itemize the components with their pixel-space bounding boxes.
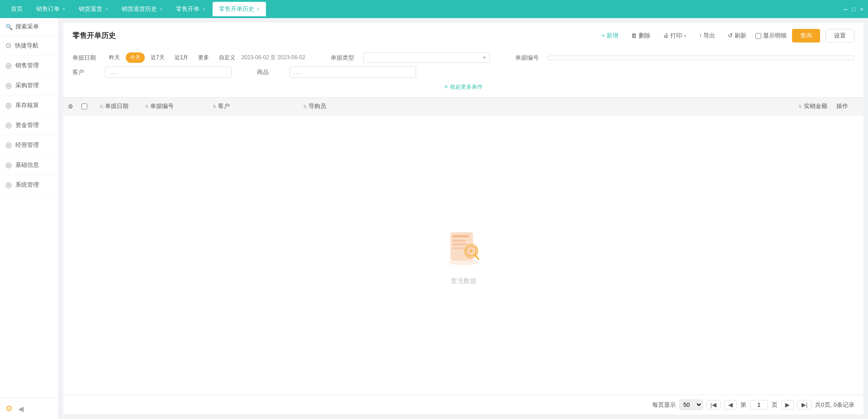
pagination: 每页显示 50 100 200 |◀ ◀ 第 页 ▶ ▶| 共0页, 0条记录 — [63, 395, 863, 414]
sidebar-item-quick-nav[interactable]: ⊙ 快捷导航 — [0, 36, 58, 56]
page-number-input[interactable] — [750, 400, 768, 410]
operations-icon: ◎ — [5, 141, 12, 149]
svg-rect-2 — [452, 235, 470, 237]
svg-rect-5 — [452, 247, 464, 249]
sidebar-item-label: 系统管理 — [15, 181, 39, 189]
last-page-btn[interactable]: ▶| — [797, 400, 811, 410]
date-btn-today[interactable]: 今天 — [126, 52, 145, 63]
date-btn-more[interactable]: 更多 — [194, 52, 213, 63]
new-button[interactable]: + 新增 — [598, 30, 622, 42]
delete-button[interactable]: 🗑 删除 — [627, 30, 654, 42]
number-input[interactable] — [548, 56, 854, 60]
date-buttons: 昨天 今天 近7天 近1月 更多 自定义 2023-06-02 至 2023-0… — [105, 52, 305, 63]
settings-gear-icon[interactable]: ⚙ — [5, 404, 13, 414]
sidebar-item-purchase[interactable]: ◎ 采购管理 — [0, 75, 58, 95]
window-controls: ─ □ × — [843, 6, 863, 13]
svg-line-8 — [475, 255, 479, 259]
th-date[interactable]: ⇅ 单据日期 — [95, 102, 140, 110]
sidebar-item-label: 库存核算 — [15, 101, 39, 109]
sort-icon[interactable]: ⇅ — [100, 104, 103, 109]
system-icon: ◎ — [5, 180, 12, 189]
sidebar-item-finance[interactable]: ◎ 资金管理 — [0, 115, 58, 135]
tab-retail-history[interactable]: 零售开单历史 × — [213, 2, 266, 16]
quick-nav-icon: ⊙ — [5, 41, 11, 50]
sidebar-item-operations[interactable]: ◎ 经营管理 — [0, 135, 58, 155]
th-number[interactable]: ⇅ 单据编号 — [140, 102, 208, 110]
customer-input[interactable]: ... — [105, 66, 232, 78]
page-suffix: 页 — [772, 401, 778, 409]
empty-text: 暂无数据 — [451, 277, 476, 285]
type-select[interactable]: ▾ — [363, 52, 490, 63]
number-label: 单据编号 — [515, 54, 541, 62]
page-prefix: 第 — [740, 401, 746, 409]
sidebar-bottom: ⚙ ◀ — [0, 398, 58, 419]
print-dropdown-icon[interactable]: ▾ — [684, 33, 686, 38]
refresh-button[interactable]: ↺ 刷新 — [724, 30, 750, 42]
basics-icon: ◎ — [5, 160, 12, 169]
main-layout: 🔍 搜索采单 ⊙ 快捷导航 ◎ 销售管理 ◎ 采购管理 ◎ 库存核算 ◎ 资金管… — [0, 18, 868, 419]
date-btn-custom[interactable]: 自定义 — [215, 52, 239, 63]
date-btn-1month[interactable]: 近1月 — [171, 52, 193, 63]
type-label: 单据类型 — [331, 54, 356, 62]
sidebar-item-label: 资金管理 — [15, 121, 39, 129]
tab-return-history[interactable]: 销货退货历史 × — [115, 2, 169, 16]
prev-page-btn[interactable]: ◀ — [724, 400, 737, 410]
print-button[interactable]: 🖨 打印 ▾ — [659, 30, 690, 42]
sidebar-search[interactable]: 🔍 搜索采单 — [0, 18, 58, 36]
date-btn-7days[interactable]: 近7天 — [147, 52, 169, 63]
query-button[interactable]: 查询 — [792, 29, 820, 42]
th-guide-label: 导购员 — [308, 102, 326, 110]
sidebar-item-basics[interactable]: ◎ 基础信息 — [0, 155, 58, 175]
first-page-btn[interactable]: |◀ — [707, 400, 721, 410]
sort-icon-amount[interactable]: ⇅ — [798, 104, 802, 109]
next-page-btn[interactable]: ▶ — [781, 400, 794, 410]
date-btn-yesterday[interactable]: 昨天 — [105, 52, 124, 63]
tab-retail-order-close[interactable]: × — [202, 6, 205, 12]
sort-icon-number[interactable]: ⇅ — [145, 104, 148, 109]
th-settings[interactable]: ⚙ — [68, 103, 81, 110]
per-page-select[interactable]: 50 100 200 — [679, 400, 703, 410]
sidebar-item-system[interactable]: ◎ 系统管理 — [0, 175, 58, 195]
th-guide[interactable]: ⇅ 导购员 — [299, 102, 353, 110]
th-amount-label: 实销金额 — [804, 102, 827, 110]
tab-return-history-close[interactable]: × — [160, 6, 162, 12]
sort-icon-guide[interactable]: ⇅ — [303, 104, 307, 109]
tab-retail-history-close[interactable]: × — [257, 6, 260, 12]
tab-sales-order[interactable]: 销售订单 × — [30, 2, 71, 16]
sidebar: 🔍 搜索采单 ⊙ 快捷导航 ◎ 销售管理 ◎ 采购管理 ◎ 库存核算 ◎ 资金管… — [0, 18, 59, 419]
display-detail-checkbox[interactable] — [755, 33, 761, 39]
sort-icon-customer[interactable]: ⇅ — [213, 104, 216, 109]
tab-retail-order[interactable]: 零售开单 × — [170, 2, 211, 16]
page-title-row: 零售开单历史 + 新增 🗑 删除 🖨 打印 ▾ ↑ 导出 — [72, 29, 854, 42]
th-amount[interactable]: ⇅ 实销金额 — [787, 102, 832, 110]
pagination-summary: 共0页, 0条记录 — [815, 401, 854, 409]
tab-return-close[interactable]: × — [105, 6, 108, 12]
inventory-icon: ◎ — [5, 101, 12, 109]
setting-button[interactable]: 设置 — [825, 29, 854, 42]
export-button[interactable]: ↑ 导出 — [695, 30, 719, 42]
tab-sales-order-close[interactable]: × — [62, 6, 65, 12]
window-max-btn[interactable]: □ — [852, 6, 856, 13]
tab-return[interactable]: 销货退货 × — [72, 2, 114, 16]
sidebar-collapse-icon[interactable]: ◀ — [18, 405, 24, 413]
th-customer-label: 客户 — [218, 102, 230, 110]
sidebar-item-inventory[interactable]: ◎ 库存核算 — [0, 95, 58, 115]
collapse-filter-btn[interactable]: ∧ 收起更多条件 — [72, 81, 854, 93]
th-number-label: 单据编号 — [150, 102, 174, 110]
goods-input[interactable]: ... — [289, 66, 416, 78]
sidebar-item-label: 采购管理 — [15, 81, 39, 89]
per-page-label: 每页显示 — [652, 401, 676, 409]
th-customer[interactable]: ⇅ 客户 — [208, 102, 299, 110]
customer-label: 客户 — [72, 68, 98, 76]
purchase-icon: ◎ — [5, 81, 12, 89]
tab-home[interactable]: 首页 — [5, 2, 29, 16]
th-checkbox[interactable] — [81, 104, 95, 109]
display-detail-label: 显示明细 — [763, 32, 787, 40]
sidebar-item-sales[interactable]: ◎ 销售管理 — [0, 56, 58, 75]
window-min-btn[interactable]: ─ — [843, 6, 847, 13]
select-all-checkbox[interactable] — [81, 104, 87, 109]
sidebar-item-label: 销售管理 — [15, 61, 39, 70]
collapse-text: 收起更多条件 — [450, 83, 483, 91]
window-close-btn[interactable]: × — [860, 6, 863, 13]
svg-rect-3 — [452, 240, 465, 241]
